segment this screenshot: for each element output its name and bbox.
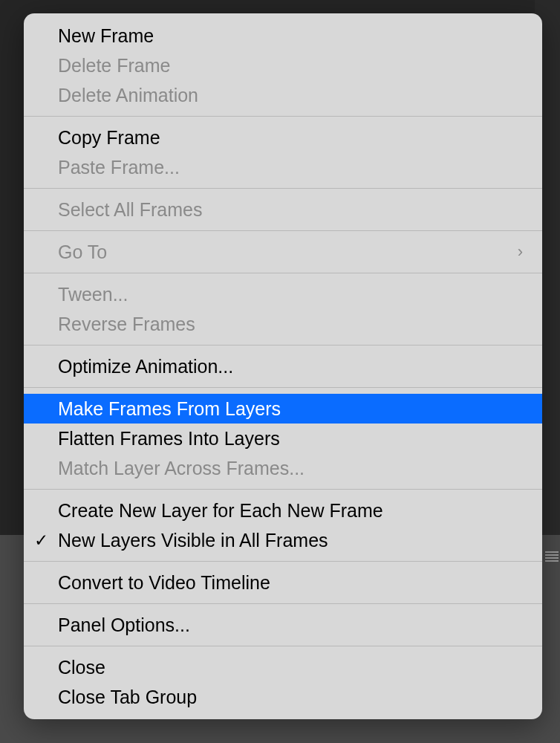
menu-item-label: Close — [58, 655, 105, 679]
menu-item-optimize-animation[interactable]: Optimize Animation... — [24, 351, 542, 381]
menu-item-label: Tween... — [58, 282, 128, 306]
menu-separator — [24, 603, 542, 604]
menu-item-label: Match Layer Across Frames... — [58, 456, 305, 480]
menu-item-tween: Tween... — [24, 279, 542, 309]
menu-item-label: Panel Options... — [58, 613, 190, 637]
menu-item-go-to: Go To› — [24, 237, 542, 267]
menu-separator — [24, 489, 542, 490]
check-icon: ✓ — [34, 528, 48, 552]
menu-item-label: Close Tab Group — [58, 685, 197, 709]
menu-item-label: Reverse Frames — [58, 312, 195, 336]
menu-separator — [24, 646, 542, 646]
menu-item-label: Select All Frames — [58, 198, 203, 221]
timeline-context-menu: New FrameDelete FrameDelete AnimationCop… — [24, 13, 542, 719]
menu-separator — [24, 273, 542, 273]
menu-separator — [24, 230, 542, 231]
menu-item-label: Create New Layer for Each New Frame — [58, 499, 383, 522]
menu-item-convert-to-video-timeline[interactable]: Convert to Video Timeline — [24, 568, 542, 597]
menu-item-label: New Layers Visible in All Frames — [58, 528, 328, 552]
menu-item-label: Optimize Animation... — [58, 354, 233, 378]
menu-separator — [24, 116, 542, 117]
menu-item-select-all-frames: Select All Frames — [24, 195, 542, 224]
menu-item-panel-options[interactable]: Panel Options... — [24, 610, 542, 640]
menu-item-copy-frame[interactable]: Copy Frame — [24, 123, 542, 152]
menu-separator — [24, 561, 542, 562]
menu-item-label: Copy Frame — [58, 126, 160, 149]
menu-item-new-frame[interactable]: New Frame — [24, 21, 542, 51]
menu-item-label: Paste Frame... — [58, 155, 180, 179]
menu-item-label: Delete Frame — [58, 53, 170, 77]
menu-item-close[interactable]: Close — [24, 652, 542, 682]
menu-separator — [24, 387, 542, 388]
menu-item-label: Convert to Video Timeline — [58, 571, 270, 594]
menu-item-delete-animation: Delete Animation — [24, 80, 542, 110]
menu-item-label: Delete Animation — [58, 83, 198, 107]
menu-item-paste-frame: Paste Frame... — [24, 152, 542, 182]
menu-item-delete-frame: Delete Frame — [24, 51, 542, 80]
menu-separator — [24, 188, 542, 189]
menu-separator — [24, 345, 542, 345]
menu-item-label: Make Frames From Layers — [58, 397, 281, 421]
menu-item-flatten-frames-into-layers[interactable]: Flatten Frames Into Layers — [24, 424, 542, 453]
panel-menu-icon[interactable] — [545, 551, 559, 562]
menu-item-label: Go To — [58, 240, 107, 264]
menu-item-label: Flatten Frames Into Layers — [58, 426, 280, 450]
chevron-right-icon: › — [518, 240, 526, 264]
menu-item-make-frames-from-layers[interactable]: Make Frames From Layers — [24, 394, 542, 424]
menu-item-create-new-layer-for-each-new-frame[interactable]: Create New Layer for Each New Frame — [24, 496, 542, 525]
menu-item-match-layer-across-frames: Match Layer Across Frames... — [24, 453, 542, 483]
menu-item-close-tab-group[interactable]: Close Tab Group — [24, 682, 542, 712]
menu-item-reverse-frames: Reverse Frames — [24, 309, 542, 339]
menu-item-label: New Frame — [58, 24, 154, 48]
menu-item-new-layers-visible-in-all-frames[interactable]: ✓New Layers Visible in All Frames — [24, 525, 542, 555]
